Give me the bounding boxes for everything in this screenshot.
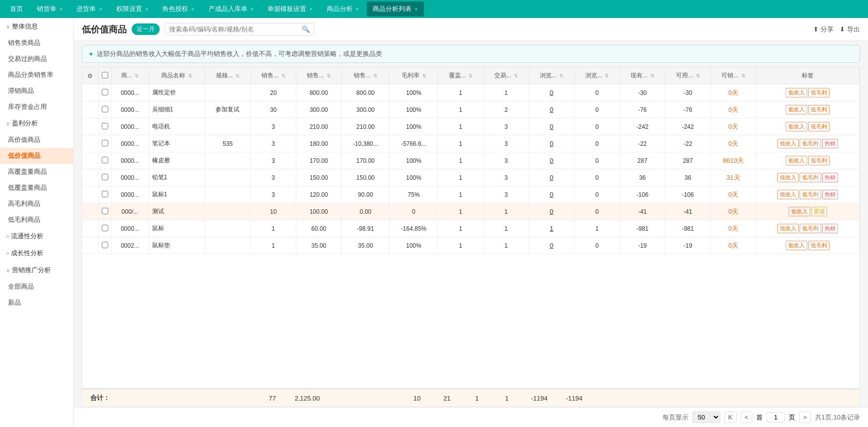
nav-products-storage-close[interactable]: × [250, 6, 253, 12]
sidebar-item-all-products[interactable]: 全部商品 [0, 279, 73, 295]
nav-role-auth-close[interactable]: × [191, 6, 194, 12]
select-all-checkbox[interactable] [102, 72, 108, 78]
sidebar-item-low-margin[interactable]: 低毛利商品 [0, 212, 73, 228]
nav-sales-order[interactable]: 销货单 × [31, 1, 68, 16]
td-view1[interactable]: 1 [529, 220, 574, 237]
row-checkbox[interactable] [102, 208, 108, 214]
nav-permissions[interactable]: 权限设置 × [110, 1, 154, 16]
next-page-button[interactable]: > [799, 412, 811, 423]
td-coverage: 1 [438, 118, 483, 135]
search-input[interactable] [169, 25, 300, 33]
sidebar-item-sales-products[interactable]: 销售类商品 [0, 35, 73, 51]
td-available-stock: 36 [665, 169, 710, 186]
td-view1[interactable]: 0 [529, 237, 574, 254]
nav-purchase-order[interactable]: 进货单 × [70, 1, 108, 16]
td-view1[interactable]: 0 [529, 118, 574, 135]
page-size-select[interactable]: 50 100 200 [692, 412, 720, 423]
sidebar-item-slow-moving[interactable]: 滞销商品 [0, 83, 73, 99]
td-sales-price: 180.00 [296, 135, 341, 152]
td-coverage: 1 [438, 237, 483, 254]
nav-role-auth[interactable]: 角色授权 × [156, 1, 200, 16]
td-code: 0000... [111, 101, 149, 118]
table-row: 000/... 测试 10 100.00 0.00 0 1 1 0 0 -41 … [82, 203, 860, 220]
sidebar-section-growth[interactable]: > 成长性分析 [0, 245, 73, 262]
td-days: 0天 [710, 118, 756, 135]
nav-product-analysis-list-close[interactable]: × [415, 6, 418, 12]
sidebar-section-profit[interactable]: ∨ 盈利分析 [0, 115, 73, 132]
row-checkbox[interactable] [102, 89, 108, 95]
sidebar-section-marketing[interactable]: ∨ 营销推广分析 [0, 262, 73, 279]
sidebar-item-low-value[interactable]: 低价值商品 [0, 148, 73, 164]
sidebar-item-inventory-capital[interactable]: 库存资金占用 [0, 99, 73, 115]
td-view2: 0 [574, 203, 620, 220]
td-view1[interactable]: 0 [529, 135, 574, 152]
td-days: 0天 [710, 203, 756, 220]
period-button[interactable]: 近一月 [132, 23, 160, 35]
sidebar-item-high-coverage[interactable]: 高覆盖量商品 [0, 164, 73, 180]
nav-product-analysis-close[interactable]: × [356, 6, 359, 12]
nav-purchase-order-close[interactable]: × [99, 6, 102, 12]
row-checkbox[interactable] [102, 157, 108, 163]
footer-gross-margin [367, 395, 402, 402]
td-view1[interactable]: 0 [529, 84, 574, 101]
main-layout: ∨ 整体信息 销售类商品 交易过的商品 商品分类销售率 滞销商品 库存资金占用 … [0, 18, 868, 427]
search-icon[interactable]: 🔍 [302, 25, 310, 33]
sidebar-item-traded-products[interactable]: 交易过的商品 [0, 51, 73, 67]
row-checkbox[interactable] [102, 242, 108, 248]
tag-badge: 低毛利 [808, 105, 830, 114]
row-checkbox[interactable] [102, 140, 108, 146]
row-checkbox[interactable] [102, 225, 108, 231]
nav-template-settings-close[interactable]: × [309, 6, 312, 12]
td-trade: 3 [483, 118, 529, 135]
td-sales-cost: -10,380... [342, 135, 390, 152]
td-current-stock: -242 [620, 118, 665, 135]
sidebar-item-low-coverage[interactable]: 低覆盖量商品 [0, 180, 73, 196]
row-checkbox[interactable] [102, 174, 108, 180]
nav-products-storage[interactable]: 产成品入库单 × [203, 1, 259, 16]
nav-sales-order-close[interactable]: × [59, 6, 62, 12]
td-view1[interactable]: 0 [529, 152, 574, 169]
td-num [98, 101, 111, 118]
sidebar-item-new-products[interactable]: 新品 [0, 295, 73, 311]
share-button[interactable]: ⬆ 分享 [813, 25, 834, 34]
td-spec [205, 118, 250, 135]
prev-page-button[interactable]: < [741, 412, 753, 423]
sidebar-item-category-sales-rate[interactable]: 商品分类销售率 [0, 67, 73, 83]
td-name: 属性定价 [149, 84, 205, 101]
nav-home[interactable]: 首页 [4, 1, 29, 16]
search-box[interactable]: 🔍 [165, 23, 314, 35]
nav-template-settings[interactable]: 单据模板设置 × [261, 1, 318, 16]
row-checkbox[interactable] [102, 106, 108, 112]
td-name: 鼠标 [149, 220, 205, 237]
td-sales-cost: 800.00 [342, 84, 390, 101]
td-sales-qty: 3 [250, 152, 296, 169]
sidebar-section-overview[interactable]: ∨ 整体信息 [0, 18, 73, 35]
sidebar-item-high-value[interactable]: 高价值商品 [0, 132, 73, 148]
tag-badge: 低收入 [777, 190, 799, 199]
data-table-container[interactable]: ⚙ 商... ⇅ 商品名称 ⇅ 规格... ⇅ 销售... ⇅ 销售... ⇅ … [82, 67, 860, 389]
td-coverage: 1 [438, 152, 483, 169]
td-sales-cost: -98.91 [342, 220, 390, 237]
first-page-button[interactable]: K [724, 412, 737, 423]
td-gross-margin: 100% [390, 101, 438, 118]
page-number-input[interactable] [767, 412, 785, 423]
th-settings[interactable]: ⚙ [82, 67, 98, 84]
nav-product-analysis-list[interactable]: 商品分析列表 × [367, 1, 424, 16]
sidebar-item-high-margin[interactable]: 高毛利商品 [0, 196, 73, 212]
td-view1[interactable]: 0 [529, 186, 574, 203]
td-view1[interactable]: 0 [529, 169, 574, 186]
sidebar-section-liquidity[interactable]: > 流通性分析 [0, 228, 73, 245]
table-row: 0000... 电话机 3 210.00 210.00 100% 1 3 0 0… [82, 118, 860, 135]
row-checkbox[interactable] [102, 191, 108, 197]
td-available-stock: -106 [665, 186, 710, 203]
export-button[interactable]: ⬇ 导出 [840, 25, 860, 34]
section-arrow-marketing: ∨ [6, 267, 10, 274]
nav-product-analysis[interactable]: 商品分析 × [321, 1, 365, 16]
td-gross-margin: 75% [390, 186, 438, 203]
row-checkbox[interactable] [102, 123, 108, 129]
td-view1[interactable]: 0 [529, 203, 574, 220]
td-view1[interactable]: 0 [529, 101, 574, 118]
nav-permissions-close[interactable]: × [145, 6, 148, 12]
th-checkbox[interactable] [98, 67, 111, 84]
td-num [98, 152, 111, 169]
